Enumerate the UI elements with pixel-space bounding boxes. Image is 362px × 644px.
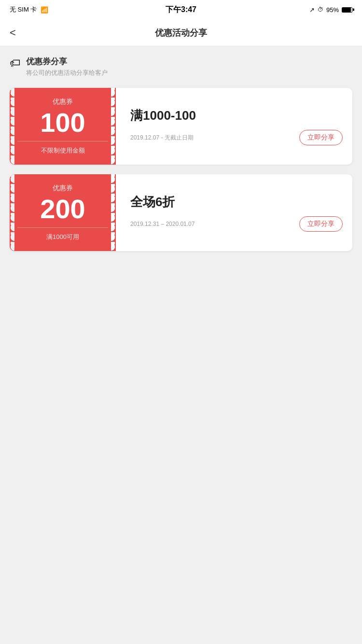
page-title: 优惠活动分享 [155,27,207,39]
wifi-icon: 📶 [41,6,48,14]
share-button-0[interactable]: 立即分享 [299,130,343,145]
location-icon: ↗ [309,6,315,14]
share-button-1[interactable]: 立即分享 [299,216,343,232]
coupon-name-1: 全场6折 [130,194,343,210]
section-title: 优惠券分享 [26,56,108,67]
coupon-label-1: 优惠券 [53,184,73,193]
status-time: 下午3:47 [166,5,196,15]
coupon-card: 优惠券 100 不限制使用金额 满1000-100 2019.12.07 - 无… [10,88,352,165]
coupon-name-0: 满1000-100 [130,107,343,124]
status-left: 无 SIM 卡 📶 [10,5,48,14]
alarm-icon: ⏱ [318,6,323,13]
coupon-right-1: 全场6折 2019.12.31 – 2020.01.07 立即分享 [116,174,352,251]
coupon-amount-0: 100 [40,109,85,136]
coupon-condition-0: 不限制使用金额 [41,146,85,155]
battery-icon [342,7,352,13]
coupon-label-0: 优惠券 [53,98,73,106]
section-subtitle: 将公司的优惠活动分享给客户 [26,69,108,77]
section-header: 🏷 优惠券分享 将公司的优惠活动分享给客户 [0,46,362,83]
coupon-bottom-row-1: 2019.12.31 – 2020.01.07 立即分享 [130,216,343,232]
status-right: ↗ ⏱ 95% [309,6,352,14]
coupon-card-1: 优惠券 200 满1000可用 全场6折 2019.12.31 – 2020.0… [10,174,352,251]
coupon-left-0: 优惠券 100 不限制使用金额 [10,88,116,165]
coupon-left-1: 优惠券 200 满1000可用 [10,174,116,251]
coupon-date-0: 2019.12.07 - 无截止日期 [130,134,295,142]
coupon-bottom-row-0: 2019.12.07 - 无截止日期 立即分享 [130,130,343,145]
coupon-list: 优惠券 100 不限制使用金额 满1000-100 2019.12.07 - 无… [0,83,362,266]
coupon-divider-0 [17,141,108,141]
carrier-text: 无 SIM 卡 [10,5,37,14]
battery-percent: 95% [326,6,339,14]
coupon-section-icon: 🏷 [10,57,20,70]
coupon-condition-1: 满1000可用 [46,233,79,241]
coupon-amount-1: 200 [40,196,85,223]
coupon-divider-1 [17,227,108,228]
status-bar: 无 SIM 卡 📶 下午3:47 ↗ ⏱ 95% [0,0,362,19]
nav-bar: < 优惠活动分享 [0,19,362,46]
back-button[interactable]: < [10,27,16,39]
page-background [0,266,362,507]
coupon-right-0: 满1000-100 2019.12.07 - 无截止日期 立即分享 [116,88,352,165]
coupon-date-1: 2019.12.31 – 2020.01.07 [130,221,295,227]
battery-fill [342,8,351,12]
section-text: 优惠券分享 将公司的优惠活动分享给客户 [26,56,108,77]
